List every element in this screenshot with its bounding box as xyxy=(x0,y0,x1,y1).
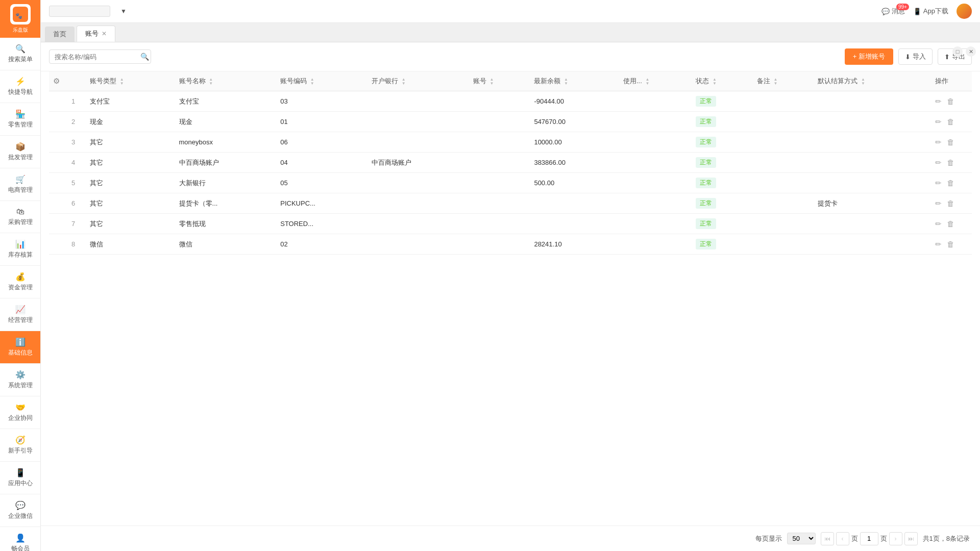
col-remark[interactable]: 备注 ▲▼ xyxy=(753,71,814,91)
close-content-button[interactable]: ✕ xyxy=(966,46,976,57)
cell-gear xyxy=(49,153,67,173)
tab-account[interactable]: 账号 ✕ xyxy=(77,26,115,42)
delete-icon[interactable]: 🗑 xyxy=(947,199,954,208)
cell-usage xyxy=(619,153,692,173)
cell-gear xyxy=(49,234,67,255)
sidebar-item-wholesale[interactable]: 📦 批发管理 xyxy=(0,136,40,168)
sidebar-item-retail[interactable]: 🏪 零售管理 xyxy=(0,103,40,136)
message-icon: 💬 xyxy=(881,8,890,15)
search-input[interactable] xyxy=(55,53,140,61)
status-badge: 正常 xyxy=(696,137,716,147)
col-usage[interactable]: 使用... ▲▼ xyxy=(619,71,692,91)
cell-balance: 383866.00 xyxy=(530,153,619,173)
user-avatar[interactable] xyxy=(957,4,972,19)
col-name[interactable]: 账号名称 ▲▼ xyxy=(175,71,277,91)
cell-balance: 547670.00 xyxy=(530,112,619,132)
cell-account xyxy=(469,234,530,255)
app-download-button[interactable]: 📱 App下载 xyxy=(913,7,948,16)
col-default-settle[interactable]: 默认结算方式 ▲▼ xyxy=(814,71,931,91)
tab-home[interactable]: 首页 xyxy=(45,27,75,42)
table-header-row: ⚙ 账号类型 ▲▼ 账号名称 ▲▼ 账号编码 ▲▼ xyxy=(49,71,972,91)
sidebar-item-inventory[interactable]: 📊 库存核算 xyxy=(0,233,40,266)
add-account-button[interactable]: + 新增账号 xyxy=(845,48,893,65)
sidebar-item-member[interactable]: 👤 畅会员 xyxy=(0,527,40,551)
sidebar-item-wechat[interactable]: 💬 企业微信 xyxy=(0,494,40,527)
page-input[interactable] xyxy=(860,532,878,545)
col-code[interactable]: 账号编码 ▲▼ xyxy=(276,71,368,91)
search-box[interactable]: 🔍 xyxy=(49,49,151,64)
restore-button[interactable]: □ xyxy=(952,46,963,57)
sidebar-item-ecommerce[interactable]: 🛒 电商管理 xyxy=(0,168,40,201)
edit-icon[interactable]: ✏ xyxy=(935,179,942,188)
total-label: 共1页，8条记录 xyxy=(923,534,970,543)
sidebar-item-guide[interactable]: 🧭 新手引导 xyxy=(0,429,40,462)
top-search-input[interactable] xyxy=(54,8,100,15)
cell-bank xyxy=(368,173,469,193)
sort-remark-icon: ▲▼ xyxy=(774,78,778,86)
tab-close-icon[interactable]: ✕ xyxy=(102,30,107,37)
edit-icon[interactable]: ✏ xyxy=(935,138,942,147)
cell-bank xyxy=(368,112,469,132)
import-button[interactable]: ⬇ 导入 xyxy=(898,48,933,65)
sidebar-item-funds[interactable]: 💰 资金管理 xyxy=(0,266,40,298)
sidebar-item-label: 经营管理 xyxy=(8,316,33,324)
export-icon: ⬆ xyxy=(944,53,950,61)
cell-bank xyxy=(368,234,469,255)
col-gear[interactable]: ⚙ xyxy=(49,71,67,91)
per-page-select[interactable]: 50 10 20 100 xyxy=(787,533,816,544)
next-page-button[interactable]: › xyxy=(889,532,902,545)
delete-icon[interactable]: 🗑 xyxy=(947,179,954,188)
col-default-settle-label: 默认结算方式 xyxy=(818,77,857,85)
sidebar-item-quick-nav[interactable]: ⚡ 快捷导航 xyxy=(0,70,40,103)
message-button[interactable]: 💬 消息 99+ xyxy=(881,7,905,16)
sort-settle-icon: ▲▼ xyxy=(861,78,865,86)
col-type-label: 账号类型 xyxy=(90,77,116,85)
sidebar-item-app-center[interactable]: 📱 应用中心 xyxy=(0,462,40,494)
sidebar-item-label: 采购管理 xyxy=(8,218,33,227)
cell-index: 2 xyxy=(67,112,86,132)
sidebar-item-search[interactable]: 🔍 搜索菜单 xyxy=(0,38,40,70)
col-account[interactable]: 账号 ▲▼ xyxy=(469,71,530,91)
cell-type: 现金 xyxy=(86,112,175,132)
edit-icon[interactable]: ✏ xyxy=(935,199,942,208)
sidebar-item-agreement[interactable]: 🤝 企业协同 xyxy=(0,396,40,429)
gear-icon: ⚙ xyxy=(53,77,60,85)
delete-icon[interactable]: 🗑 xyxy=(947,219,954,229)
top-dropdown[interactable]: ▼ xyxy=(116,6,131,17)
col-bank[interactable]: 开户银行 ▲▼ xyxy=(368,71,469,91)
sidebar-item-ops[interactable]: 📈 经营管理 xyxy=(0,298,40,331)
table-row: 4 其它 中百商场账户 04 中百商场账户 383866.00 正常 ✏ 🗑 xyxy=(49,153,972,173)
sidebar-item-system[interactable]: ⚙️ 系统管理 xyxy=(0,364,40,396)
sidebar-item-label: 系统管理 xyxy=(8,381,33,390)
col-balance[interactable]: 最新余额 ▲▼ xyxy=(530,71,619,91)
delete-icon[interactable]: 🗑 xyxy=(947,158,954,167)
edit-icon[interactable]: ✏ xyxy=(935,158,942,167)
cell-remark xyxy=(753,193,814,214)
edit-icon[interactable]: ✏ xyxy=(935,219,942,229)
delete-icon[interactable]: 🗑 xyxy=(947,240,954,249)
main-area: ▼ 💬 消息 99+ 📱 App下载 首页 账号 ✕ xyxy=(41,0,980,551)
avatar-image xyxy=(957,4,972,19)
cell-action: ✏ 🗑 xyxy=(931,173,972,193)
edit-icon[interactable]: ✏ xyxy=(935,117,942,127)
sidebar-item-label: 零售管理 xyxy=(8,120,33,129)
edit-icon[interactable]: ✏ xyxy=(935,97,942,106)
sidebar-item-purchase[interactable]: 🛍 采购管理 xyxy=(0,201,40,233)
delete-icon[interactable]: 🗑 xyxy=(947,117,954,127)
top-search-box[interactable] xyxy=(49,6,110,17)
delete-icon[interactable]: 🗑 xyxy=(947,97,954,106)
sidebar-item-basic[interactable]: ℹ️ 基础信息 xyxy=(0,331,40,364)
sidebar-menu: 🔍 搜索菜单 ⚡ 快捷导航 🏪 零售管理 📦 批发管理 🛒 电商管理 🛍 采购管… xyxy=(0,38,40,551)
delete-icon[interactable]: 🗑 xyxy=(947,138,954,147)
cell-bank xyxy=(368,91,469,112)
cell-name: 大新银行 xyxy=(175,173,277,193)
prev-page-button[interactable]: ‹ xyxy=(836,532,849,545)
last-page-button[interactable]: ⏭ xyxy=(904,532,918,545)
edit-icon[interactable]: ✏ xyxy=(935,240,942,249)
app-download-label: App下载 xyxy=(923,7,948,16)
col-type[interactable]: 账号类型 ▲▼ xyxy=(86,71,175,91)
col-status[interactable]: 状态 ▲▼ xyxy=(692,71,753,91)
basic-icon: ℹ️ xyxy=(15,337,26,347)
first-page-button[interactable]: ⏮ xyxy=(821,532,834,545)
topbar: ▼ 💬 消息 99+ 📱 App下载 xyxy=(41,0,980,23)
